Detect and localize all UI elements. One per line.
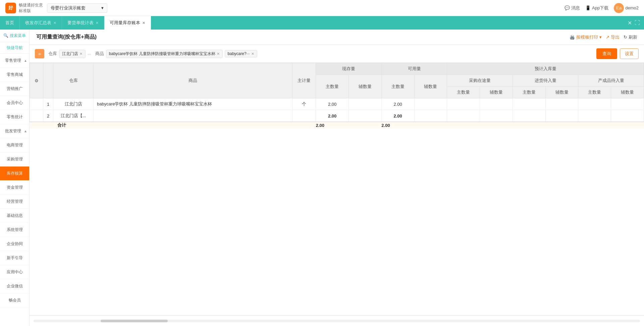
filter-toggle-btn[interactable]: »	[35, 49, 44, 58]
cell-current-aux-1	[349, 98, 382, 110]
sidebar-item-purchase[interactable]: 采购管理	[0, 152, 29, 167]
cell-pending-aux-2	[545, 110, 578, 122]
sidebar-item-system-label: 系统管理	[2, 227, 27, 233]
sidebar-item-inventory[interactable]: 库存核算	[0, 167, 29, 181]
th-pending-main: 主数量	[513, 87, 545, 98]
total-row: 合计 2.00 2.00	[30, 122, 644, 128]
cell-product-aux-1	[611, 98, 644, 110]
th-available: 可用量	[381, 63, 447, 75]
sidebar-item-finance-label: 资金管理	[2, 185, 27, 190]
tab-order-stats-close[interactable]: ✕	[96, 21, 99, 25]
product-tag-1[interactable]: babycare学饮杯 儿童防摔防撞吸管杯重力球吸嘴杯宝宝水杯 ✕	[106, 50, 223, 58]
sidebar-item-retail-mgmt[interactable]: 零售管理 ▲	[0, 54, 29, 68]
tab-window-actions: ✕ ⛶	[624, 16, 644, 30]
industry-selector[interactable]: 母婴行业演示账套 ▾	[47, 3, 107, 13]
total-avail-aux	[414, 122, 447, 128]
cell-avail-main-2: 2.00	[381, 110, 414, 122]
total-product-main	[578, 122, 611, 128]
sidebar-item-retail-mall[interactable]: 零售商城	[0, 68, 29, 82]
close-window-icon[interactable]: ✕	[628, 20, 632, 26]
tab-receivable[interactable]: 收发存汇总表 ✕	[20, 16, 62, 30]
sidebar-item-ecommerce[interactable]: 电商管理	[0, 138, 29, 152]
tab-receivable-close[interactable]: ✕	[53, 21, 56, 25]
app-download-action[interactable]: 📱 App下载	[585, 5, 608, 11]
cell-purchase-aux-2	[480, 110, 513, 122]
sidebar-item-app-center[interactable]: 应用中心	[0, 265, 29, 279]
sidebar-item-enterprise-wechat[interactable]: 企业微信	[0, 279, 29, 293]
cell-pending-main-1	[513, 98, 545, 110]
sidebar-item-enterprise[interactable]: 企业协同	[0, 237, 29, 251]
logo-title: 畅捷通好生意	[19, 2, 43, 8]
export-btn[interactable]: ↗ 导出	[606, 34, 620, 40]
horizontal-scrollbar[interactable]	[34, 320, 640, 322]
sidebar-item-new-guide[interactable]: 新手引导	[0, 251, 29, 265]
cell-seq-1: 1	[43, 98, 53, 110]
th-settings[interactable]: ⚙	[30, 63, 43, 98]
sidebar-item-marketing-label: 营销推广	[2, 86, 27, 92]
warehouse-tag[interactable]: 江北门店 ✕	[59, 50, 86, 58]
industry-label: 母婴行业演示账套	[51, 5, 86, 11]
th-forecast: 预计入库量	[447, 63, 644, 75]
product-tag-2[interactable]: babycare?··· ✕	[225, 50, 257, 57]
sidebar-item-finance[interactable]: 资金管理	[0, 181, 29, 195]
sidebar-quicknav[interactable]: 快捷导航	[0, 42, 29, 54]
expand-icon: »	[38, 51, 41, 56]
sidebar-item-retail-mall-label: 零售商城	[2, 72, 27, 78]
page-actions: 🖨️ 按模板打印 ▾ ↗ 导出 ↻ 刷新	[570, 34, 637, 40]
cell-warehouse-1: 江北门店	[53, 98, 94, 110]
tab-available-stock-label: 可用量库存账本	[110, 20, 140, 26]
tab-available-stock[interactable]: 可用量库存账本 ✕	[104, 16, 151, 30]
warehouse-tag-text: 江北门店	[62, 51, 78, 57]
th-avail-main: 主数量	[381, 75, 414, 98]
th-main-unit: 主计量	[292, 63, 316, 98]
chevron-down-icon: ▾	[101, 5, 104, 10]
message-action[interactable]: 💬 消息	[565, 5, 580, 11]
th-purchase-transit: 采购在途量	[447, 75, 513, 87]
sidebar-search[interactable]: 🔍 搜索菜单	[0, 30, 29, 42]
print-template-btn[interactable]: 🖨️ 按模板打印 ▾	[570, 34, 602, 40]
print-icon: 🖨️	[570, 35, 575, 40]
refresh-btn[interactable]: ↻ 刷新	[624, 34, 637, 40]
sidebar-item-system[interactable]: 系统管理	[0, 223, 29, 237]
th-purchase-main: 主数量	[447, 87, 480, 98]
settings-button[interactable]: 设置	[620, 48, 639, 59]
print-label: 按模板打印	[576, 34, 598, 40]
tab-home[interactable]: 首页	[0, 16, 20, 30]
refresh-label: 刷新	[629, 34, 637, 40]
scrollbar-thumb[interactable]	[101, 320, 168, 322]
chevron-print-icon: ▾	[599, 35, 602, 40]
total-purchase-aux	[480, 122, 513, 128]
sidebar-item-basic-info[interactable]: 基础信息	[0, 209, 29, 223]
cell-avail-aux-1	[414, 98, 447, 110]
sidebar-item-marketing[interactable]: 营销推广	[0, 82, 29, 96]
sidebar-item-inventory-label: 库存核算	[2, 171, 27, 176]
th-pending-aux: 辅数量	[545, 87, 578, 98]
user-profile[interactable]: Ea demo2	[614, 3, 639, 13]
refresh-icon: ↻	[624, 35, 627, 40]
cell-current-main-2: 2.00	[316, 110, 349, 122]
warehouse-more[interactable]: ···	[88, 51, 91, 56]
th-purchase-aux: 辅数量	[480, 87, 513, 98]
sidebar-item-member-label: 会员中心	[2, 100, 27, 106]
total-avail-main: 2.00	[381, 122, 414, 128]
product-tag-2-remove[interactable]: ✕	[251, 52, 254, 56]
sidebar-search-label: 搜索菜单	[10, 33, 26, 38]
maximize-icon[interactable]: ⛶	[635, 20, 640, 26]
query-button[interactable]: 查询	[596, 48, 617, 59]
warehouse-tag-remove[interactable]: ✕	[79, 52, 83, 56]
cell-avail-main-1: 2.00	[381, 98, 414, 110]
product-filter-label: 商品	[95, 51, 104, 57]
sidebar-item-vip[interactable]: 畅会员	[0, 293, 29, 308]
cell-current-aux-2	[349, 110, 382, 122]
sidebar-item-retail-stats[interactable]: 零售统计	[0, 110, 29, 124]
main-layout: 🔍 搜索菜单 快捷导航 零售管理 ▲ 零售商城 营销推广 会员中心 零售统计 批…	[0, 30, 644, 326]
sidebar-item-operations[interactable]: 经营管理	[0, 195, 29, 209]
tab-order-stats[interactable]: 要货单统计表 ✕	[62, 16, 104, 30]
tab-available-stock-close[interactable]: ✕	[142, 21, 145, 25]
sidebar-item-member[interactable]: 会员中心	[0, 96, 29, 110]
total-label: 合计	[53, 122, 316, 128]
total-current-aux	[349, 122, 382, 128]
product-tag-1-remove[interactable]: ✕	[217, 52, 220, 56]
export-icon: ↗	[606, 35, 609, 40]
sidebar-item-wholesale[interactable]: 批发管理 ▲	[0, 124, 29, 138]
